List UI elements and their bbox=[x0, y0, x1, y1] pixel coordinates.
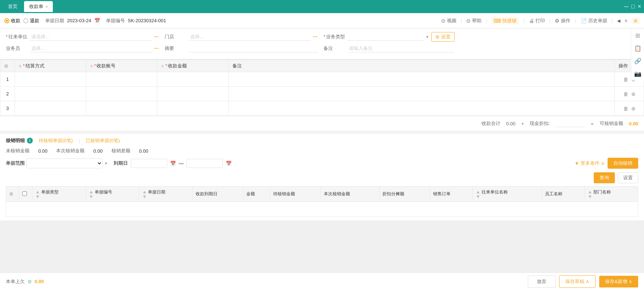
doc-no-label: 单据编号 bbox=[106, 17, 125, 24]
row-copy-icon[interactable]: ⊕ bbox=[631, 91, 636, 97]
remark-input[interactable] bbox=[347, 44, 455, 52]
history-btn[interactable]: 📄 历史单据 bbox=[581, 17, 607, 24]
tab-active[interactable]: 收款单 × bbox=[24, 1, 53, 12]
date-range: 到期日 2022-04-01 📅 — 2022-04-12 📅 bbox=[114, 159, 232, 168]
row-account[interactable] bbox=[86, 72, 157, 87]
video-btn[interactable]: ⊙ 视频 bbox=[441, 17, 456, 24]
more-conditions-btn[interactable]: ▼ 更多条件 ∧ bbox=[574, 160, 605, 166]
row-settle[interactable] bbox=[15, 87, 86, 101]
row-remark[interactable] bbox=[228, 101, 614, 116]
row-amount[interactable] bbox=[157, 72, 229, 87]
action-btn[interactable]: ⚙ 操作 bbox=[555, 17, 570, 24]
col-pending-amount: 待核销金额 bbox=[270, 187, 321, 202]
print-btn[interactable]: 🖨 打印 bbox=[529, 17, 545, 24]
tab-home[interactable]: 首页 bbox=[3, 1, 23, 12]
this-order-icon[interactable]: ⊙ bbox=[28, 279, 32, 284]
diff-label: 核销差额 bbox=[111, 148, 130, 154]
verify-title: 核销明细 i bbox=[6, 137, 33, 144]
summary-label: 摘要 bbox=[165, 45, 186, 52]
layout2-btn[interactable]: ⊞ bbox=[632, 17, 640, 24]
row-copy-icon[interactable]: ⊕ bbox=[631, 106, 636, 111]
biz-type-chevron[interactable]: ▼ bbox=[425, 35, 429, 39]
nav-left-btn[interactable]: ◀ bbox=[617, 18, 620, 23]
date-from-input[interactable]: 2022-04-01 bbox=[131, 159, 167, 168]
verify-info-icon[interactable]: i bbox=[27, 138, 33, 144]
col-partner-name: ▲▼ 往来单位名称 bbox=[472, 187, 542, 202]
col-amount: 金额 bbox=[243, 187, 270, 202]
form-area: *往来单位 ··· 门店 ··· *业务类型 预收款 ▼ bbox=[0, 28, 644, 59]
row-remark[interactable] bbox=[228, 87, 614, 101]
verify-gear-icon[interactable]: ⚙ bbox=[9, 191, 13, 197]
verify-setting-btn[interactable]: 设置 bbox=[618, 172, 638, 183]
radio-tuikuan[interactable]: 退款 bbox=[23, 17, 39, 24]
table-gear-icon[interactable]: ⚙ bbox=[4, 63, 8, 69]
settings-btn[interactable]: ⚙ 设置 bbox=[431, 32, 455, 42]
close-icon[interactable]: × bbox=[638, 3, 641, 10]
verify-table-container: ⚙ ▲▼ 单据类型 ▲▼ 单据编号 bbox=[6, 186, 638, 217]
row-account[interactable] bbox=[86, 101, 157, 116]
salesman-label: 业务员 bbox=[6, 45, 28, 52]
minimize-icon[interactable]: ─ bbox=[624, 3, 628, 10]
store-input[interactable] bbox=[189, 33, 311, 41]
row-remark[interactable] bbox=[228, 72, 614, 87]
range-select[interactable] bbox=[26, 158, 103, 168]
biz-type-select-wrap: 预收款 ▼ bbox=[347, 33, 429, 41]
partner-more-btn[interactable]: ··· bbox=[154, 34, 159, 40]
auto-verify-btn[interactable]: 自动核销 bbox=[608, 158, 638, 169]
discount-input[interactable] bbox=[556, 120, 585, 127]
maximize-icon[interactable]: □ bbox=[631, 3, 635, 10]
pending-tab-link[interactable]: 待核销单据(0笔) bbox=[39, 137, 73, 144]
range-select-wrap: 单据范围 ▼ bbox=[6, 158, 108, 168]
bottom-left: 本单上欠 ⊙ 0.00 bbox=[6, 278, 44, 285]
radio-shoukuan[interactable]: 收款 bbox=[4, 17, 20, 24]
row-delete-icon[interactable]: 🗑 bbox=[623, 106, 628, 111]
panel-copy-icon[interactable]: 📋 bbox=[634, 45, 641, 52]
store-more-btn[interactable]: ··· bbox=[313, 34, 318, 40]
remark-field: 备注 bbox=[323, 44, 455, 52]
row-delete-icon[interactable]: 🗑 bbox=[623, 77, 628, 82]
tab-close-icon[interactable]: × bbox=[46, 4, 48, 9]
this-order-value: 0.00 bbox=[35, 279, 44, 284]
help-icon: ⊙ bbox=[466, 18, 471, 24]
toolbar-right: ⊙ 视频 | ⊙ 帮助 | ⌨ 快捷键 | 🖨 打印 | ⚙ 操作 | 📄 历史… bbox=[441, 17, 640, 25]
this-time-label: 本次核销金额 bbox=[56, 148, 85, 154]
select-all-checkbox[interactable] bbox=[22, 191, 27, 196]
row-amount[interactable] bbox=[157, 87, 229, 101]
shortcut-btn[interactable]: ⌨ 快捷键 bbox=[491, 17, 519, 25]
diff-value: 0.00 bbox=[139, 148, 148, 154]
row-settle[interactable] bbox=[15, 101, 86, 116]
layout1-btn[interactable]: ≡ bbox=[625, 18, 627, 23]
salesman-more-btn[interactable]: ··· bbox=[154, 45, 159, 52]
summary-input[interactable] bbox=[189, 44, 318, 52]
bottom-bar: 本单上欠 ⊙ 0.00 放弃 保存草稿 ∧ 保存&新增 ∧ bbox=[0, 273, 644, 290]
biz-type-input[interactable]: 预收款 bbox=[347, 33, 424, 41]
row-account[interactable] bbox=[86, 87, 157, 101]
row-delete-icon[interactable]: 🗑 bbox=[623, 91, 628, 97]
query-btn[interactable]: 查询 bbox=[594, 172, 615, 183]
row-index: 1 bbox=[0, 72, 15, 87]
help-btn[interactable]: ⊙ 帮助 bbox=[466, 17, 482, 24]
summary-field: 摘要 bbox=[165, 44, 318, 52]
discard-btn[interactable]: 放弃 bbox=[528, 275, 555, 288]
save-draft-btn[interactable]: 保存草稿 ∧ bbox=[559, 275, 596, 288]
done-tab-link[interactable]: 已核销单据(0笔) bbox=[86, 137, 120, 144]
panel-camera-icon[interactable]: 📷 bbox=[634, 70, 641, 77]
panel-table-icon[interactable]: ⊞ bbox=[635, 32, 640, 39]
calendar-to-icon[interactable]: 📅 bbox=[226, 161, 232, 166]
save-new-btn[interactable]: 保存&新增 ∧ bbox=[599, 276, 638, 287]
row-index: 3 bbox=[0, 101, 15, 116]
partner-input[interactable] bbox=[30, 33, 152, 41]
calendar-from-icon[interactable]: 📅 bbox=[170, 161, 176, 166]
date-to-input[interactable]: 2022-04-12 bbox=[186, 159, 223, 168]
calendar-icon[interactable]: 📅 bbox=[94, 18, 100, 23]
form-row-2: 业务员 ··· 摘要 备注 bbox=[6, 44, 638, 52]
panel-link-icon[interactable]: 🔗 bbox=[634, 58, 641, 64]
row-amount[interactable] bbox=[157, 101, 229, 116]
col-account-header: ⇅ *收款账号 bbox=[86, 60, 157, 72]
main-scroll-area: *往来单位 ··· 门店 ··· *业务类型 预收款 ▼ bbox=[0, 28, 644, 220]
row-action: 🗑 ⊕ bbox=[615, 101, 644, 116]
verify-filter-row: 单据范围 ▼ 到期日 2022-04-01 📅 — 2022-04-12 📅 bbox=[6, 158, 638, 169]
col-settle-header: ⇅ *结算方式 bbox=[15, 60, 86, 72]
row-settle[interactable] bbox=[15, 72, 86, 87]
salesman-input[interactable] bbox=[30, 44, 152, 52]
